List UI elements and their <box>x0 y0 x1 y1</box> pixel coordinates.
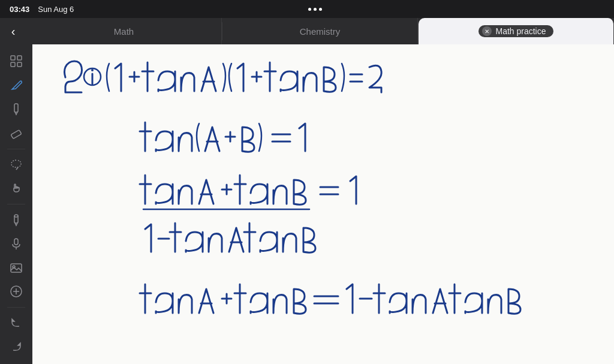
tab-math[interactable]: Math <box>26 18 222 44</box>
sidebar-item-redo[interactable] <box>3 336 29 358</box>
active-tab-pill: ✕ Math practice <box>478 25 553 37</box>
tab-bar: ‹ Math Chemistry ✕ Math practice <box>0 18 614 44</box>
status-date: Sun Aug 6 <box>38 5 74 14</box>
sidebar-item-grid[interactable] <box>3 50 29 72</box>
svg-rect-5 <box>11 130 22 139</box>
sidebar-item-lasso[interactable] <box>3 154 29 175</box>
sidebar-divider-2 <box>7 204 25 204</box>
sidebar-divider-1 <box>7 149 25 149</box>
sidebar-item-undo[interactable] <box>3 312 29 334</box>
svg-point-15 <box>91 69 94 71</box>
sidebar-divider-3 <box>7 307 25 308</box>
dot-1 <box>308 8 311 11</box>
svg-rect-2 <box>11 62 15 67</box>
sidebar-item-hand[interactable] <box>3 178 29 199</box>
tab-math-practice[interactable]: ✕ Math practice <box>419 18 614 44</box>
status-time: 03:43 <box>10 5 29 14</box>
sidebar-item-stylus[interactable] <box>3 209 29 231</box>
sidebar-item-image[interactable] <box>3 257 29 279</box>
sidebar-item-marker[interactable] <box>3 98 29 120</box>
svg-rect-0 <box>11 56 15 60</box>
tab-close-button[interactable]: ✕ <box>482 26 492 36</box>
dot-3 <box>319 8 322 11</box>
svg-point-6 <box>14 215 18 217</box>
tab-chemistry[interactable]: Chemistry <box>222 18 418 44</box>
dot-2 <box>314 8 317 11</box>
sidebar-item-add[interactable] <box>3 281 29 303</box>
svg-rect-4 <box>14 104 18 112</box>
status-bar: 03:43 Sun Aug 6 <box>0 0 614 18</box>
sidebar-item-microphone[interactable] <box>3 233 29 255</box>
sidebar <box>0 44 32 364</box>
svg-rect-9 <box>11 264 22 272</box>
back-button[interactable]: ‹ <box>0 18 26 44</box>
svg-rect-7 <box>14 239 18 245</box>
handwriting-canvas <box>32 44 614 364</box>
status-dots <box>308 8 322 11</box>
sidebar-item-eraser[interactable] <box>3 122 29 144</box>
svg-rect-1 <box>17 56 22 60</box>
canvas-area[interactable] <box>32 44 614 364</box>
sidebar-item-pen[interactable] <box>3 74 29 96</box>
svg-rect-3 <box>17 62 22 67</box>
